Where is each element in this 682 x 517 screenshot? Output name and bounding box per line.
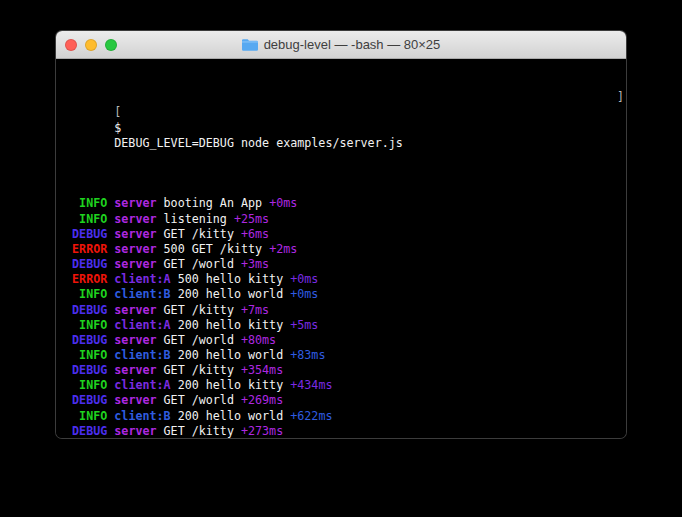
log-namespace: client:A: [107, 272, 170, 286]
log-time: +622ms: [283, 409, 332, 423]
log-message: booting An App: [157, 196, 263, 210]
log-time: +80ms: [234, 333, 276, 347]
log-namespace: server: [107, 212, 156, 226]
log-level: DEBUG: [58, 333, 107, 347]
log-time: +83ms: [283, 348, 325, 362]
log-namespace: client:A: [107, 318, 170, 332]
log-message: GET /world: [157, 333, 234, 347]
log-message: 200 hello world: [171, 409, 284, 423]
terminal-mark-open: [: [114, 105, 121, 119]
log-message: GET /world: [157, 257, 234, 271]
log-level: INFO: [58, 287, 107, 301]
log-time: +7ms: [234, 303, 269, 317]
log-level: INFO: [58, 378, 107, 392]
log-level: DEBUG: [58, 303, 107, 317]
log-time: +0ms: [262, 196, 297, 210]
log-namespace: client:B: [107, 409, 170, 423]
log-time: +269ms: [234, 393, 283, 407]
log-namespace: server: [107, 393, 156, 407]
log-line: DEBUG server GET /kitty +273ms: [58, 424, 624, 438]
log-time: +25ms: [227, 212, 269, 226]
log-namespace: client:B: [107, 348, 170, 362]
log-output: INFO server booting An App +0ms INFO ser…: [58, 196, 624, 438]
log-time: +2ms: [262, 242, 297, 256]
log-line: ERROR server 500 GET /kitty +2ms: [58, 242, 624, 257]
log-level: DEBUG: [58, 227, 107, 241]
log-line: INFO client:A 200 hello kitty +5ms: [58, 318, 624, 333]
log-message: GET /kitty: [157, 424, 234, 438]
log-line: DEBUG server GET /kitty +6ms: [58, 227, 624, 242]
log-message: GET /kitty: [157, 303, 234, 317]
log-namespace: server: [107, 303, 156, 317]
log-message: GET /kitty: [157, 363, 234, 377]
log-time: +434ms: [283, 378, 332, 392]
terminal-window: debug-level — -bash — 80×25 [ $ DEBUG_LE…: [56, 31, 626, 438]
terminal-mark-close: ]: [617, 90, 624, 166]
log-time: +5ms: [283, 318, 318, 332]
log-line: INFO client:B 200 hello world +0ms: [58, 287, 624, 302]
shell-prompt: $: [114, 121, 128, 135]
log-time: +273ms: [234, 424, 283, 438]
log-namespace: server: [107, 424, 156, 438]
log-line: INFO server listening +25ms: [58, 212, 624, 227]
log-level: ERROR: [58, 242, 107, 256]
zoom-button[interactable]: [105, 39, 117, 51]
log-line: DEBUG server GET /world +269ms: [58, 393, 624, 408]
log-message: 200 hello world: [171, 287, 284, 301]
log-message: listening: [157, 212, 227, 226]
log-line: DEBUG server GET /kitty +7ms: [58, 303, 624, 318]
log-line: ERROR client:A 500 hello kitty +0ms: [58, 272, 624, 287]
folder-icon: [242, 38, 258, 51]
log-namespace: server: [107, 227, 156, 241]
shell-command: DEBUG_LEVEL=DEBUG node examples/server.j…: [114, 136, 403, 150]
log-message: 200 hello world: [171, 348, 284, 362]
log-line: DEBUG server GET /world +3ms: [58, 257, 624, 272]
log-level: INFO: [58, 318, 107, 332]
log-level: ERROR: [58, 272, 107, 286]
minimize-button[interactable]: [85, 39, 97, 51]
window-title: debug-level — -bash — 80×25: [264, 37, 441, 52]
log-level: DEBUG: [58, 393, 107, 407]
log-line: DEBUG server GET /kitty +354ms: [58, 363, 624, 378]
log-namespace: server: [107, 333, 156, 347]
prompt-line: [ $ DEBUG_LEVEL=DEBUG node examples/serv…: [58, 90, 624, 166]
log-time: +354ms: [234, 363, 283, 377]
log-line: DEBUG server GET /world +80ms: [58, 333, 624, 348]
log-level: DEBUG: [58, 424, 107, 438]
traffic-light-buttons: [65, 31, 117, 58]
close-button[interactable]: [65, 39, 77, 51]
log-message: GET /world: [157, 393, 234, 407]
log-namespace: server: [107, 257, 156, 271]
log-namespace: server: [107, 242, 156, 256]
log-time: +0ms: [283, 287, 318, 301]
log-level: INFO: [58, 348, 107, 362]
log-namespace: client:A: [107, 378, 170, 392]
log-time: +6ms: [234, 227, 269, 241]
log-line: INFO client:B 200 hello world +83ms: [58, 348, 624, 363]
log-time: +3ms: [234, 257, 269, 271]
log-namespace: server: [107, 363, 156, 377]
log-line: INFO client:A 200 hello kitty +434ms: [58, 378, 624, 393]
log-level: INFO: [58, 212, 107, 226]
log-level: DEBUG: [58, 257, 107, 271]
log-level: INFO: [58, 409, 107, 423]
log-message: 200 hello kitty: [171, 318, 284, 332]
log-message: GET /kitty: [157, 227, 234, 241]
log-level: INFO: [58, 196, 107, 210]
log-time: +0ms: [283, 272, 318, 286]
log-level: DEBUG: [58, 363, 107, 377]
terminal-screen[interactable]: [ $ DEBUG_LEVEL=DEBUG node examples/serv…: [56, 59, 626, 438]
log-message: 500 GET /kitty: [157, 242, 263, 256]
log-line: INFO server booting An App +0ms: [58, 196, 624, 211]
window-titlebar[interactable]: debug-level — -bash — 80×25: [56, 31, 626, 59]
log-namespace: client:B: [107, 287, 170, 301]
log-line: INFO client:B 200 hello world +622ms: [58, 409, 624, 424]
log-message: 200 hello kitty: [171, 378, 284, 392]
log-message: 500 hello kitty: [171, 272, 284, 286]
log-namespace: server: [107, 196, 156, 210]
